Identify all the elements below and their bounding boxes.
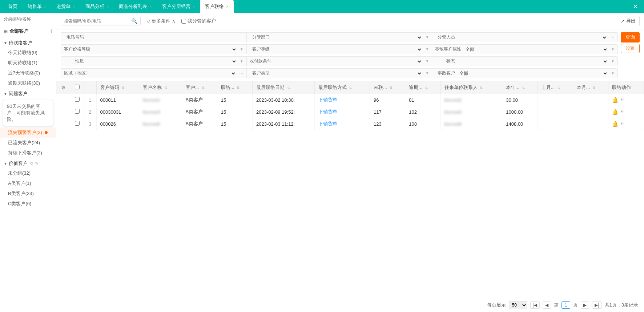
sidebar-item-c-class[interactable]: C类客户(6) [0, 199, 56, 209]
filter-status-select[interactable] [458, 58, 608, 64]
contact-icon[interactable]: 🔔 [612, 109, 618, 115]
sidebar-item-churn-warning[interactable]: 流失预警客户(3) [0, 127, 56, 138]
tab-customer-link-close[interactable]: × [226, 4, 228, 9]
more-icon-person[interactable]: ··· [610, 35, 615, 40]
row-checkbox-cell [71, 94, 84, 106]
filter-region-select[interactable] [93, 70, 236, 76]
sort-last-month-icon[interactable]: ⇅ [557, 86, 560, 90]
filter-row-3: 性质 ▼ 收付款条件 ▼ [61, 56, 618, 66]
tab-customer-link[interactable]: 客户联络 × [200, 0, 233, 13]
row-checkbox[interactable] [75, 121, 80, 126]
sidebar-item-overdue-pending[interactable]: 逾期未联络(30) [0, 78, 56, 88]
sort-uncontacted-icon[interactable]: ⇅ [390, 86, 393, 90]
tab-analysis[interactable]: 商品分析 × [80, 0, 114, 13]
prev-page-button[interactable]: ◀ [543, 301, 551, 309]
sidebar-group-value[interactable]: ▼ 价值客户 ↻ ✎ [0, 158, 56, 168]
settings-button[interactable]: 设置 [621, 44, 640, 53]
per-page-select[interactable]: 50 100 [509, 301, 527, 309]
row-last-type[interactable]: 下销货单 [314, 118, 370, 130]
sidebar-item-tomorrow-pending[interactable]: 明天待联络(1) [0, 58, 56, 68]
sort-last-date-icon[interactable]: ⇅ [287, 86, 290, 90]
settings-col-icon[interactable]: ⚙ [61, 85, 66, 90]
last-page-button[interactable]: ▶| [592, 301, 601, 309]
sidebar-group-lost[interactable]: ▼ 问题客户 [0, 88, 56, 98]
sort-contact-icon[interactable]: ⇅ [237, 86, 240, 90]
sort-unit-contact-icon[interactable]: ⇅ [480, 86, 483, 90]
filter-nature-select[interactable] [87, 58, 237, 64]
search-button[interactable]: 🔍 [131, 18, 137, 24]
tab-customer-segment-close[interactable]: × [193, 4, 195, 9]
first-page-button[interactable]: |◀ [530, 301, 540, 309]
tab-purchase-close[interactable]: × [73, 4, 75, 9]
sort-name-icon[interactable]: ⇅ [164, 86, 167, 90]
last-contact-link[interactable]: 下销货单 [318, 97, 337, 102]
filter-phone-input[interactable] [87, 35, 243, 40]
contact-icon[interactable]: 🔔 [612, 121, 618, 127]
sort-overdue-icon[interactable]: ⇅ [425, 86, 428, 90]
more-icon-region[interactable]: ··· [239, 70, 243, 76]
more-action-icon[interactable]: ⠿ [620, 109, 624, 115]
filter-price-level-label: 客户价格等级 [64, 46, 90, 52]
my-customers-check[interactable] [181, 19, 186, 24]
filter-person-select[interactable] [458, 35, 607, 40]
my-customers-checkbox[interactable]: 我分管的客户 [181, 18, 216, 24]
filter-payment-select[interactable] [274, 58, 423, 64]
filter-retail-attr-select[interactable]: 全部 [464, 46, 608, 52]
export-button[interactable]: ↗ 导出 [617, 16, 640, 26]
filter-customer-level-select[interactable] [273, 46, 423, 52]
tab-sales[interactable]: 销售单 × [23, 0, 51, 13]
col-checkbox-header [71, 81, 84, 94]
tab-analysis-close[interactable]: × [106, 4, 109, 9]
sort-this-month-icon[interactable]: ⇅ [592, 86, 595, 90]
more-conditions-button[interactable]: ▽ 更多条件 ∧ [144, 17, 178, 25]
edit-icon[interactable]: ✎ [35, 161, 39, 166]
sidebar-search-input[interactable] [4, 16, 56, 21]
select-all-checkbox[interactable] [75, 85, 80, 89]
col-settings[interactable]: ⚙ [56, 81, 71, 94]
row-checkbox[interactable] [75, 97, 80, 102]
filter-retail-customer-select[interactable]: 全部 [458, 70, 608, 76]
sort-type-icon[interactable]: ⇅ [201, 86, 204, 90]
tab-analysis-list-close[interactable]: × [149, 4, 152, 9]
last-contact-link[interactable]: 下销货单 [318, 121, 337, 126]
window-close-button[interactable]: ✕ [630, 3, 641, 11]
sidebar-group-pending[interactable]: ▼ 待联络客户 [0, 37, 56, 48]
tab-analysis-list[interactable]: 商品分析列表 × [114, 0, 157, 13]
row-last-type[interactable]: 下销货单 [314, 106, 370, 118]
row-last-type[interactable]: 下销货单 [314, 94, 370, 106]
sidebar-item-b-class[interactable]: B类客户(33) [0, 189, 56, 199]
sidebar-root[interactable]: ⊞ 全部客户 《 [0, 25, 56, 37]
row-code: 00030031 [96, 106, 139, 118]
filter-customer-type-select[interactable] [273, 70, 423, 76]
sidebar-item-today-pending[interactable]: 今天待联络(0) [0, 48, 56, 58]
sidebar-item-declining[interactable]: 持续下滑客户(2) [0, 148, 56, 158]
tab-home[interactable]: 首页 [3, 0, 23, 13]
tab-sales-close[interactable]: × [44, 4, 46, 9]
filter-customer-type: 客户类型 ▼ [246, 68, 432, 78]
filter-price-level-select[interactable] [93, 46, 237, 52]
row-checkbox[interactable] [75, 109, 80, 114]
filter-dept-select[interactable] [273, 35, 423, 40]
sidebar-item-churned[interactable]: 已流失客户(24) [0, 138, 56, 148]
sort-last-type-icon[interactable]: ⇅ [349, 86, 352, 90]
contact-icon[interactable]: 🔔 [612, 97, 618, 103]
tooltip-lost: 90天未交易的客户，可能有流失风险。 [3, 100, 53, 126]
more-action-icon[interactable]: ⠿ [620, 97, 624, 103]
next-page-button[interactable]: ▶ [581, 301, 589, 309]
query-button[interactable]: 查询 [621, 32, 640, 42]
sidebar-item-ungroup[interactable]: 未分组(32) [0, 168, 56, 178]
search-input[interactable] [64, 19, 131, 24]
sidebar-item-a-class[interactable]: A类客户(1) [0, 178, 56, 189]
refresh-icon[interactable]: ↻ [30, 161, 33, 166]
sidebar-item-week-pending[interactable]: 近7天待联络(0) [0, 68, 56, 78]
sort-this-year-icon[interactable]: ⇅ [522, 86, 525, 90]
row-overdue: 81 [405, 94, 440, 106]
row-action: 🔔 ⠿ [608, 118, 644, 130]
sort-code-icon[interactable]: ⇅ [121, 86, 124, 90]
last-contact-link[interactable]: 下销货单 [318, 109, 337, 114]
row-checkbox-cell [71, 118, 84, 130]
tab-purchase[interactable]: 进货单 × [51, 0, 80, 13]
active-dot [45, 131, 48, 134]
more-action-icon[interactable]: ⠿ [620, 121, 624, 127]
tab-customer-segment[interactable]: 客户分层经营 × [157, 0, 200, 13]
